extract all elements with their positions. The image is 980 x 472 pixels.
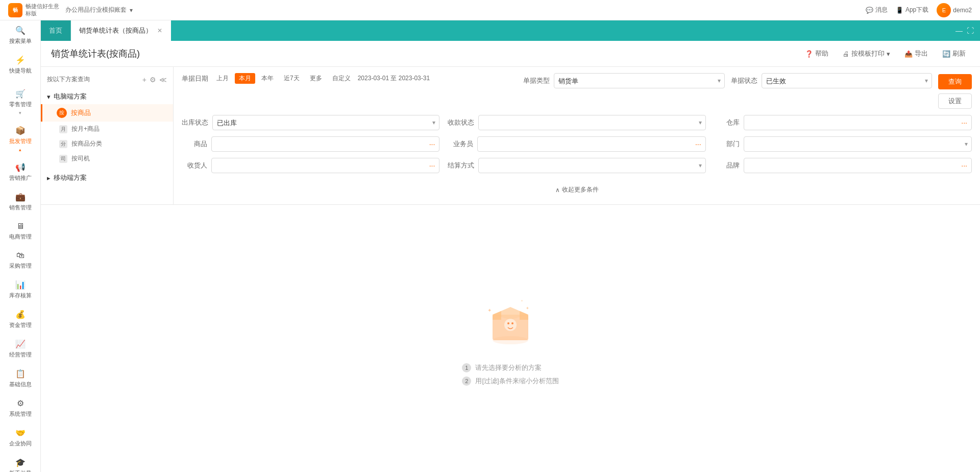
salesperson-control[interactable]: ··· [477,136,705,152]
sidebar-item-purchase[interactable]: 🛍 采购管理 [0,246,40,275]
tip-text-2: 用[过滤]条件来缩小分析范围 [475,376,558,386]
breadcrumb-chevron [130,7,133,14]
sidebar-label-sales: 销售管理 [9,204,32,211]
scheme-group-pc-header[interactable]: ▾ 电脑端方案 [41,89,173,104]
sidebar-item-quick[interactable]: ⚡ 快捷导航 [0,50,40,80]
sidebar-item-ecommerce[interactable]: 🖥 电商管理 [0,217,40,246]
sidebar-label-wholesale: 批发管理 [9,137,32,145]
tab-minimize-button[interactable]: — [955,27,963,35]
mobile-group-label: 移动端方案 [54,173,87,182]
scheme-sub-item-month-goods[interactable]: 月 按月+商品 [41,122,173,136]
warehouse-control[interactable]: ··· [744,115,972,130]
department-select[interactable] [744,136,972,152]
scheme-header-text: 按以下方案查询 [47,75,90,84]
header-left: 畅 畅捷信好生意 标版 办公用品行业模拟账套 [8,3,133,17]
out-status-select[interactable]: 已出库 [212,115,439,130]
message-button[interactable]: 💬 消息 [866,6,888,14]
date-tab-more[interactable]: 更多 [306,73,326,84]
receiver-label: 收货人 [182,161,207,170]
tab-home[interactable]: 首页 [41,20,71,41]
user-name: demo2 [953,7,972,14]
scheme-collapse-button[interactable]: ≪ [159,76,167,84]
payment-status-field: 收款状态 [448,115,705,130]
out-status-control: 已出库 [212,115,439,130]
goods-dots-icon: ··· [429,140,435,148]
breadcrumb[interactable]: 办公用品行业模拟账套 [65,6,133,14]
scheme-group-mobile-header[interactable]: ▸ 移动端方案 [41,170,173,185]
svg-text:✦: ✦ [487,308,492,313]
collapse-button[interactable]: ∧ 收起更多条件 [549,183,605,196]
date-tab-7days[interactable]: 近7天 [280,73,304,84]
date-tab-last-month[interactable]: 上月 [212,73,233,84]
refresh-icon: 🔄 [942,50,950,58]
sidebar-item-finance[interactable]: 💰 资金管理 [0,304,40,334]
goods-control[interactable]: ··· [211,136,439,152]
sidebar-label-basic-info: 基础信息 [9,381,32,388]
scheme-sub-label-category: 按商品分类 [71,139,102,148]
date-label: 单据日期 [182,74,208,83]
scheme-sub-item-driver[interactable]: 司 按司机 [41,151,173,166]
message-icon: 💬 [866,7,873,14]
page-title: 销货单统计表(按商品) [51,48,140,60]
export-button[interactable]: 📤 导出 [900,47,932,60]
date-tab-custom[interactable]: 自定义 [328,73,355,84]
svg-point-6 [507,322,509,324]
logo-area: 畅 畅捷信好生意 标版 [8,3,59,17]
brand-control[interactable]: ··· [744,158,972,173]
scheme-settings-button[interactable]: ⚙ [150,76,156,84]
settings-button[interactable]: 设置 [938,93,972,109]
search-icon: 🔍 [15,26,26,35]
sidebar-item-operations[interactable]: 📈 经营管理 [0,334,40,364]
sidebar-label-operations: 经营管理 [9,351,32,359]
sidebar-item-wholesale[interactable]: 📦 批发管理 ▴ [0,121,40,157]
empty-tips: 1 请先选择要分析的方案 2 用[过滤]条件来缩小分析范围 [462,363,558,386]
sidebar-item-cooperation[interactable]: 🤝 企业协同 [0,423,40,453]
print-button[interactable]: 🖨 按模板打印 [839,47,894,60]
doc-status-select[interactable]: 已生效 [762,73,932,88]
sidebar-item-retail[interactable]: 🛒 零售管理 ▾ [0,84,40,121]
doc-status-label: 单据状态 [731,76,757,85]
sidebar-label-finance: 资金管理 [9,321,32,329]
scheme-sub-item-category[interactable]: 分 按商品分类 [41,136,173,151]
svg-text:✦: ✦ [521,299,523,302]
sidebar-item-basic-info[interactable]: 📋 基础信息 [0,364,40,393]
date-range: 2023-03-01 至 2023-03-31 [358,74,430,83]
date-tab-this-year[interactable]: 本年 [257,73,278,84]
payment-status-select[interactable] [478,115,705,130]
warehouse-dots-icon: ··· [961,119,967,127]
tab-close-button[interactable]: ✕ [157,27,162,34]
scheme-group-pc: ▾ 电脑端方案 按 按商品 月 按月+商品 [41,87,173,168]
app-download-button[interactable]: 📱 App下载 [896,6,928,14]
doc-type-select[interactable]: 销货单 [554,73,724,88]
receiver-control[interactable]: ··· [211,158,439,173]
date-tab-this-month[interactable]: 本月 [235,73,255,84]
payment-status-control [478,115,705,130]
scheme-add-button[interactable]: + [142,76,146,84]
sales-icon: 💼 [15,192,26,202]
home-tab-label: 首页 [49,26,62,35]
refresh-button[interactable]: 🔄 刷新 [938,47,970,60]
query-button[interactable]: 查询 [938,74,972,89]
sidebar-item-inventory[interactable]: 📊 库存核算 [0,275,40,304]
page-header: 销货单统计表(按商品) ❓ 帮助 🖨 按模板打印 📤 导出 [41,41,980,67]
tab-maximize-button[interactable]: ⛶ [967,27,974,35]
tip-text-1: 请先选择要分析的方案 [475,363,542,372]
user-area[interactable]: E demo2 [937,3,972,17]
payment-status-label: 收款状态 [448,118,474,127]
sidebar-item-system[interactable]: ⚙ 系统管理 [0,393,40,423]
export-icon: 📤 [904,50,913,58]
pc-group-chevron: ▾ [47,93,51,101]
sidebar-item-sales[interactable]: 💼 销售管理 [0,187,40,217]
help-button[interactable]: ❓ 帮助 [801,47,832,60]
sidebar-item-newbie[interactable]: 🎓 新手引导 [0,453,40,472]
sidebar-item-search[interactable]: 🔍 搜索菜单 [0,20,40,50]
tab-bar: 首页 销货单统计表（按商品） ✕ — ⛶ [41,20,980,41]
brand-field: 品牌 ··· [714,158,972,173]
retail-icon: 🛒 [15,89,26,99]
settlement-select[interactable] [478,158,705,173]
system-icon: ⚙ [17,398,24,408]
print-icon: 🖨 [843,50,849,58]
sidebar-item-marketing[interactable]: 📢 营销推广 [0,157,40,187]
tab-sales-report[interactable]: 销货单统计表（按商品） ✕ [71,20,171,41]
scheme-item-by-goods[interactable]: 按 按商品 [41,104,173,122]
